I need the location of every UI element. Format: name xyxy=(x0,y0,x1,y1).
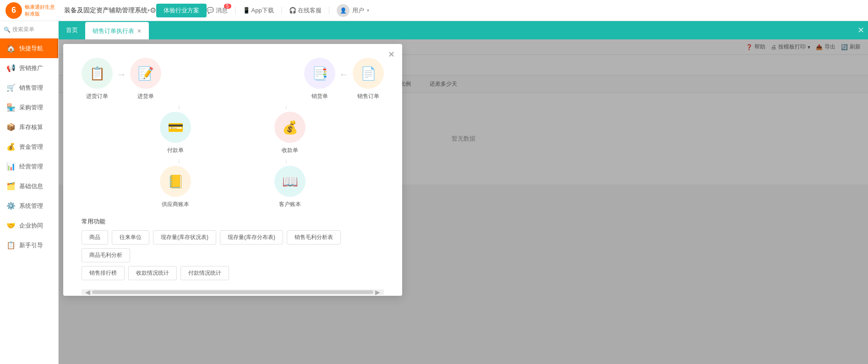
operation-icon: 📊 xyxy=(6,162,16,171)
receipt-circle: 💰 xyxy=(274,112,306,143)
flow-node-receipt[interactable]: 💰 收款单 xyxy=(274,112,306,154)
cf-btn-1[interactable]: 往来单位 xyxy=(112,230,149,244)
cf-btn-6[interactable]: 销售排行榜 xyxy=(82,266,125,280)
system-title: 装备及固定资产辅助管理系统 xyxy=(64,6,147,15)
divider3 xyxy=(329,7,329,14)
sidebar-search[interactable]: 🔍 搜索菜单 xyxy=(0,21,58,38)
cf-btn-5[interactable]: 商品毛利分析 xyxy=(82,248,130,262)
app-download-btn[interactable]: 📱 App下载 xyxy=(243,6,274,15)
avatar: 👤 xyxy=(337,4,349,17)
logo-icon: 6 xyxy=(5,2,22,19)
purchase-order-circle: 📋 xyxy=(82,58,113,89)
cf-btn-4[interactable]: 销售毛利分析表 xyxy=(287,230,341,244)
purchase-order-label: 进货订单 xyxy=(86,92,108,100)
scroll-left-btn[interactable]: ◀ xyxy=(85,288,90,296)
service-icon: 🎧 xyxy=(289,7,296,14)
sales-bill-circle: 📑 xyxy=(304,58,335,89)
tab-close-icon[interactable]: ✕ xyxy=(137,28,142,34)
payment-circle: 💳 xyxy=(160,112,191,143)
flow-row-2: 💳 付款单 💰 收款单 xyxy=(82,112,384,154)
marketing-icon: 📢 xyxy=(6,64,16,72)
modal-overlay: ✕ 📋 进货订单 → xyxy=(59,39,868,364)
purchase-bill-circle: 📝 xyxy=(130,58,161,89)
modal-close-btn[interactable]: ✕ xyxy=(388,49,395,60)
cf-btn-0[interactable]: 商品 xyxy=(82,230,108,244)
customer-ledger-label: 客户账本 xyxy=(279,201,301,208)
finance-icon: 💰 xyxy=(6,142,16,151)
divider xyxy=(235,7,235,14)
sidebar-item-inventory[interactable]: 📦 库存核算 xyxy=(0,117,58,137)
quick-nav-modal: ✕ 📋 进货订单 → xyxy=(63,44,402,296)
flow-arrows-down-2: ↓ ↓ xyxy=(82,157,384,166)
sidebar-item-quick-nav[interactable]: 🏠 快捷导航 xyxy=(0,38,58,58)
basic-icon: 🗂️ xyxy=(6,182,16,190)
sales-order-label: 销售订单 xyxy=(357,92,379,100)
supplier-ledger-circle: 📒 xyxy=(160,166,191,197)
main-area: 🔍 搜索菜单 🏠 快捷导航 📢 营销推广 🛒 销售管理 🏪 采购管理 xyxy=(0,21,868,364)
arrow-1: → xyxy=(113,69,130,81)
quick-nav-icon: 🏠 xyxy=(6,44,16,53)
sidebar-item-purchase[interactable]: 🏪 采购管理 xyxy=(0,98,58,117)
flow-node-sales-bill[interactable]: 📑 销货单 xyxy=(304,58,335,100)
message-btn[interactable]: 💬 5 消息 xyxy=(207,6,228,15)
top-right-actions: 💬 5 消息 📱 App下载 🎧 在线客服 👤 用户 ▾ xyxy=(207,4,369,17)
sidebar-item-sales[interactable]: 🛒 销售管理 xyxy=(0,78,58,98)
flow-node-payment[interactable]: 💳 付款单 xyxy=(160,112,191,154)
flow-node-purchase-bill[interactable]: 📝 进货单 xyxy=(130,58,161,100)
user-area[interactable]: 👤 用户 ▾ xyxy=(337,4,369,17)
sales-bill-label: 销货单 xyxy=(311,92,328,100)
arrow-2: ← xyxy=(335,69,353,81)
scroll-right-btn[interactable]: ▶ xyxy=(375,288,380,296)
flow-node-customer-ledger[interactable]: 📖 客户账本 xyxy=(274,166,306,208)
search-icon: 🔍 xyxy=(4,27,11,33)
sidebar-item-guide[interactable]: 📋 新手引导 xyxy=(0,235,58,255)
settings-icon[interactable]: ⚙ xyxy=(150,6,156,15)
flow-node-purchase-order[interactable]: 📋 进货订单 xyxy=(82,58,113,100)
guide-icon: 📋 xyxy=(6,241,16,250)
down-arrow-1: ↓ xyxy=(178,103,181,110)
tab-home[interactable]: 首页 xyxy=(59,21,85,39)
common-functions: 常用功能 商品 往来单位 现存量(库存状况表) 现存量(库存分布表) 销售毛利分… xyxy=(82,217,384,280)
cf-btn-7[interactable]: 收款情况统计 xyxy=(128,266,177,280)
top-bar: 6 畅康通好生意 标准版 装备及固定资产辅助管理系统 ▾ ⚙ 体验行业方案 💬 … xyxy=(0,0,868,21)
content-area: 首页 销售订单执行表 ✕ ✕ ❓ 帮助 xyxy=(59,21,868,364)
try-btn[interactable]: 体验行业方案 xyxy=(156,4,207,17)
inventory-icon: 📦 xyxy=(6,123,16,131)
page-content: ❓ 帮助 🖨 按模板打印 ▾ 📤 导出 🔄 xyxy=(59,39,868,364)
cf-btn-8[interactable]: 付款情况统计 xyxy=(180,266,229,280)
scroll-thumb[interactable] xyxy=(92,290,373,294)
supplier-ledger-label: 供应商账本 xyxy=(162,201,189,208)
sidebar: 🔍 搜索菜单 🏠 快捷导航 📢 营销推广 🛒 销售管理 🏪 采购管理 xyxy=(0,21,59,364)
down-arrow-3: ↓ xyxy=(178,157,181,164)
payment-label: 付款单 xyxy=(167,147,184,154)
down-arrow-4: ↓ xyxy=(285,157,288,164)
receipt-label: 收款单 xyxy=(282,147,298,154)
flow-node-supplier-ledger[interactable]: 📒 供应商账本 xyxy=(160,166,191,208)
logo-text: 畅康通好生意 标准版 xyxy=(25,4,55,17)
sidebar-item-enterprise[interactable]: 🤝 企业协同 xyxy=(0,216,58,235)
search-inner[interactable]: 🔍 搜索菜单 xyxy=(4,26,55,33)
cf-buttons-row: 商品 往来单位 现存量(库存状况表) 现存量(库存分布表) 销售毛利分析表 商品… xyxy=(82,230,384,262)
sidebar-item-marketing[interactable]: 📢 营销推广 xyxy=(0,58,58,78)
sidebar-item-system[interactable]: ⚙️ 系统管理 xyxy=(0,196,58,216)
flow-diagram: 📋 进货订单 → 📝 进货单 xyxy=(82,58,384,213)
purchase-icon: 🏪 xyxy=(6,103,16,112)
cf-btn-3[interactable]: 现存量(库存分布表) xyxy=(220,230,283,244)
divider2 xyxy=(281,7,282,14)
scroll-bar[interactable]: ◀ ▶ xyxy=(82,289,384,295)
enterprise-icon: 🤝 xyxy=(6,221,16,230)
flow-row-1: 📋 进货订单 → 📝 进货单 xyxy=(82,58,384,100)
cf-btn-2[interactable]: 现存量(库存状况表) xyxy=(153,230,216,244)
sidebar-item-finance[interactable]: 💰 资金管理 xyxy=(0,137,58,157)
logo-area: 6 畅康通好生意 标准版 xyxy=(5,2,60,19)
cf-buttons-row2: 销售排行榜 收款情况统计 付款情况统计 xyxy=(82,266,384,280)
sidebar-item-basic[interactable]: 🗂️ 基础信息 xyxy=(0,176,58,196)
online-service-btn[interactable]: 🎧 在线客服 xyxy=(289,6,322,15)
tab-sales-order-exec[interactable]: 销售订单执行表 ✕ xyxy=(85,22,149,40)
system-icon: ⚙️ xyxy=(6,201,16,210)
flow-node-sales-order[interactable]: 📄 销售订单 xyxy=(353,58,384,100)
sidebar-item-operation[interactable]: 📊 经营管理 xyxy=(0,157,58,176)
tab-close-end-icon[interactable]: ✕ xyxy=(857,25,864,35)
customer-ledger-circle: 📖 xyxy=(274,166,306,197)
app-container: 6 畅康通好生意 标准版 装备及固定资产辅助管理系统 ▾ ⚙ 体验行业方案 💬 … xyxy=(0,0,868,364)
